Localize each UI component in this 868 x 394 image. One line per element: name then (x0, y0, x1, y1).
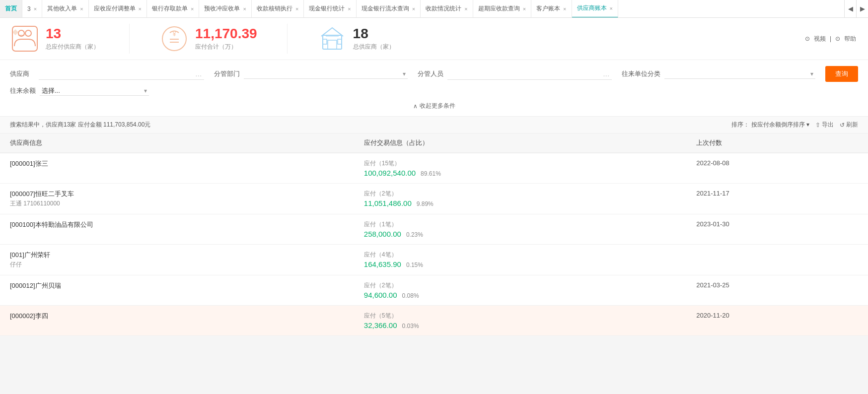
supplier-dots-icon[interactable]: ... (195, 69, 202, 78)
last-payment-cell: 2022-08-08 (686, 153, 868, 184)
stats-header: 13 总应付供应商（家） ¥ 11,170.39 应付合计（万） (0, 18, 868, 60)
search-area: 供应商 ... 分管部门 ▾ 分管人员 ... 往来单位分类 (0, 60, 868, 117)
unit-type-select-wrap[interactable]: ▾ (664, 69, 816, 79)
close-tab-bank-icon[interactable]: × (191, 6, 194, 12)
nav-arrow-left[interactable]: ◀ (844, 0, 856, 18)
payable-percentage: 0.08% (402, 292, 419, 299)
nav-tab-overdue[interactable]: 超期应收款查询 × (473, 0, 531, 18)
header-row: 供应商信息 应付交易信息（占比） 上次付数 (0, 133, 868, 153)
video-link[interactable]: 视频 (814, 35, 826, 43)
sort-value[interactable]: 按应付余额倒序排序 (751, 121, 805, 128)
collapse-button[interactable]: ∧ 收起更多条件 (10, 100, 858, 112)
supplier-cell: [000100]本特勤油品有限公司 (0, 214, 354, 245)
nav-arrow-right[interactable]: ▶ (856, 0, 868, 18)
dept-select[interactable] (246, 70, 403, 77)
help-icon: ⊙ (835, 35, 840, 42)
nav-tab-home[interactable]: 首页 (0, 0, 22, 18)
last-payment-cell (686, 245, 868, 275)
last-payment-date: 2021-11-17 (696, 190, 729, 197)
payable-amount[interactable]: 164,635.90 (364, 260, 401, 268)
table-row: [000001]张三应付（15笔）100,092,540.0089.61%202… (0, 153, 868, 184)
close-tab-adjust-icon[interactable]: × (139, 6, 142, 12)
payable-count-label: 应付（2笔） (364, 281, 676, 290)
svg-rect-10 (328, 40, 337, 49)
nav-tab-bank[interactable]: 银行存取款单 × (147, 0, 199, 18)
supplier-table: 供应商信息 应付交易信息（占比） 上次付数 [000001]张三应付（15笔）1… (0, 133, 868, 336)
person-input[interactable] (449, 70, 603, 77)
nav-tab-cash-stat[interactable]: 现金银行统计 × (304, 0, 356, 18)
close-tab-cash-stat-icon[interactable]: × (348, 6, 351, 12)
close-tab-income-icon[interactable]: × (80, 6, 83, 12)
supplier-cell: [000002]李四 (0, 306, 354, 336)
close-tab-verify-icon[interactable]: × (295, 6, 298, 12)
payable-amount[interactable]: 258,000.00 (364, 230, 401, 238)
supplier-input-wrap[interactable]: ... (39, 68, 204, 80)
close-tab-overdue-icon[interactable]: × (523, 6, 526, 12)
last-payment-cell: 2023-01-30 (686, 214, 868, 245)
nav-tab-income[interactable]: 其他收入单 × (42, 0, 88, 18)
export-button[interactable]: ⇧ 导出 (815, 121, 834, 129)
nav-tab-receipt-stat[interactable]: 收款情况统计 × (421, 0, 473, 18)
supplier-input[interactable] (41, 70, 195, 77)
query-button[interactable]: 查询 (825, 66, 858, 82)
table-row: [000002]李四应付（5笔）32,366.000.03%2020-11-20 (0, 306, 868, 336)
sort-label: 排序： 按应付余额倒序排序 ▾ (731, 121, 809, 129)
svg-rect-12 (338, 39, 342, 44)
close-tab-cash-flow-icon[interactable]: × (412, 6, 415, 12)
nav-arrows: ◀ ▶ (844, 0, 868, 18)
supplier-link[interactable]: [000007]恒旺二手叉车 (10, 190, 74, 197)
nav-tab-customer[interactable]: 客户账本 × (531, 0, 572, 18)
search-field-supplier: 供应商 ... (10, 68, 204, 80)
suppliers-label: 总应付供应商（家） (46, 43, 99, 51)
stat-block-all-suppliers: 18 总供应商（家） (317, 24, 395, 54)
payable-cell: 应付（15笔）100,092,540.0089.61% (354, 153, 686, 184)
video-icon: ⊙ (805, 35, 810, 42)
payable-amount[interactable]: 100,092,540.00 (364, 169, 416, 177)
table-row: [000100]本特勤油品有限公司应付（1笔）258,000.000.23%20… (0, 214, 868, 245)
close-tab-3-icon[interactable]: × (34, 6, 37, 12)
stat-info-suppliers: 13 总应付供应商（家） (46, 27, 99, 51)
close-tab-receipt-stat-icon[interactable]: × (464, 6, 467, 12)
result-summary: 搜索结果中，供应商13家 应付金额 111,703,854.00元 (10, 121, 150, 129)
help-link[interactable]: 帮助 (844, 35, 856, 43)
payable-amount[interactable]: 32,366.00 (364, 321, 397, 329)
result-bar-right: 排序： 按应付余额倒序排序 ▾ ⇧ 导出 ↺ 刷新 (731, 121, 858, 129)
table-body: [000001]张三应付（15笔）100,092,540.0089.61%202… (0, 153, 868, 336)
person-input-wrap[interactable]: ... (447, 68, 612, 80)
stat-divider-1 (129, 24, 130, 54)
unit-type-select[interactable] (666, 70, 811, 77)
payable-percentage: 89.61% (421, 170, 441, 177)
balance-select-wrap[interactable]: 选择... ▾ (40, 86, 149, 96)
supplier-link[interactable]: [000100]本特勤油品有限公司 (10, 221, 93, 228)
refresh-button[interactable]: ↺ 刷新 (840, 121, 858, 129)
search-field-dept: 分管部门 ▾ (214, 69, 408, 79)
sort-arrow-down-icon: ▾ (806, 121, 809, 128)
svg-marker-4 (12, 29, 18, 35)
person-dots-icon[interactable]: ... (603, 69, 609, 78)
supplier-link[interactable]: [000012]广州贝瑞 (10, 282, 61, 289)
balance-select[interactable]: 选择... (42, 87, 144, 94)
collapse-label: 收起更多条件 (420, 102, 455, 110)
supplier-link[interactable]: [000002]李四 (10, 312, 48, 320)
supplier-link[interactable]: [001]广州荣轩 (10, 251, 50, 259)
close-tab-supplier-icon[interactable]: × (610, 5, 613, 11)
dept-select-wrap[interactable]: ▾ (244, 69, 408, 79)
nav-tab-supplier[interactable]: 供应商账本 × (572, 0, 618, 18)
supplier-link[interactable]: [000001]张三 (10, 160, 48, 167)
last-payment-cell: 2021-03-25 (686, 275, 868, 306)
payable-percentage: 0.15% (406, 262, 423, 268)
close-tab-customer-icon[interactable]: × (563, 6, 566, 12)
col-header-last-payment: 上次付数 (686, 133, 868, 153)
nav-tab-cash-flow[interactable]: 现金银行流水查询 × (357, 0, 421, 18)
table-row: [000012]广州贝瑞应付（2笔）94,600.000.08%2021-03-… (0, 275, 868, 306)
nav-tab-adjust[interactable]: 应收应付调整单 × (89, 0, 147, 18)
payable-amount[interactable]: 94,600.00 (364, 291, 397, 299)
top-navigation: 首页 3 × 其他收入单 × 应收应付调整单 × 银行存取款单 × 预收冲应收单… (0, 0, 868, 18)
nav-tab-verify[interactable]: 收款核销执行 × (252, 0, 304, 18)
supplier-sub-info: 王通 17106110000 (10, 199, 344, 208)
nav-tab-advance[interactable]: 预收冲应收单 × (199, 0, 251, 18)
close-tab-advance-icon[interactable]: × (243, 6, 246, 12)
stat-divider-2 (287, 24, 288, 54)
nav-tab-3[interactable]: 3 × (22, 0, 42, 18)
payable-amount[interactable]: 11,051,486.00 (364, 199, 412, 207)
